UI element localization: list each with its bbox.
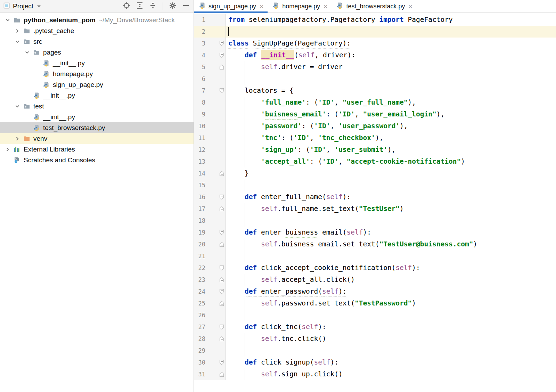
code-line-15[interactable]: 15	[194, 179, 556, 191]
code-line-11[interactable]: 11 'tnc': ('ID', 'tnc_checkbox'),	[194, 132, 556, 144]
code-line-1[interactable]: 1from seleniumpagefactory.Pagefactory im…	[194, 14, 556, 26]
code-text[interactable]: }	[226, 168, 556, 179]
code-text[interactable]: 'sign_up': ('ID', 'user_submit'),	[226, 144, 556, 156]
gear-button[interactable]	[169, 2, 177, 10]
tree-item-__init__.py[interactable]: __init__.py	[0, 112, 194, 122]
expand-all-button[interactable]	[136, 2, 144, 10]
tree-item-python_selenium_pom[interactable]: python_selenium_pom~/My_Drive/BrowserSta…	[0, 15, 194, 25]
chevron-down-icon[interactable]	[13, 103, 22, 109]
code-text[interactable]: 'full_name': ('ID', "user_full_name"),	[226, 97, 556, 108]
code-text[interactable]: def click_accept_cookie_notification(sel…	[226, 262, 556, 274]
code-text[interactable]: def click_tnc(self):	[226, 321, 556, 333]
fold-marker[interactable]	[219, 242, 224, 247]
code-text[interactable]: self.sign_up.click()	[226, 368, 556, 380]
code-line-30[interactable]: 30 def click_signup(self):	[194, 357, 556, 368]
code-text[interactable]: self.full_name.set_text("TestUser")	[226, 203, 556, 215]
code-line-5[interactable]: 5 self.driver = driver	[194, 61, 556, 73]
chevron-down-icon[interactable]	[3, 17, 13, 23]
code-text[interactable]: from seleniumpagefactory.Pagefactory imp…	[226, 14, 556, 26]
code-text[interactable]: def click_signup(self):	[226, 357, 556, 368]
chevron-down-icon[interactable]	[22, 49, 32, 56]
fold-marker[interactable]	[219, 88, 224, 93]
fold-marker[interactable]	[219, 194, 224, 200]
fold-marker[interactable]	[219, 324, 224, 330]
code-text[interactable]: def enter_buisness_email(self):	[226, 227, 556, 238]
code-text[interactable]: def __init__(self, driver):	[226, 49, 556, 61]
tree-item-test_browserstack.py[interactable]: test_browserstack.py	[0, 122, 194, 133]
fold-marker[interactable]	[219, 371, 224, 377]
tab-homepage.py[interactable]: homepage.py×	[268, 0, 332, 13]
tab-sign_up_page.py[interactable]: sign_up_page.py×	[194, 0, 268, 13]
code-text[interactable]: def enter_full_name(self):	[226, 191, 556, 203]
chevron-down-icon[interactable]	[36, 3, 41, 9]
chevron-right-icon[interactable]	[3, 146, 13, 153]
collapse-all-button[interactable]	[149, 2, 157, 10]
tree-item-test[interactable]: test	[0, 101, 194, 112]
tree-item-pages[interactable]: pages	[0, 47, 194, 58]
code-text[interactable]: 'buisness_email': ('ID', "user_email_log…	[226, 108, 556, 120]
code-line-25[interactable]: 25 self.password.set_text("TestPassword"…	[194, 297, 556, 309]
close-icon[interactable]: ×	[408, 3, 412, 10]
fold-marker[interactable]	[219, 171, 224, 176]
code-line-7[interactable]: 7 locators = {	[194, 85, 556, 97]
code-line-22[interactable]: 22 def click_accept_cookie_notification(…	[194, 262, 556, 274]
code-line-6[interactable]: 6	[194, 73, 556, 85]
code-text[interactable]: self.accept_all.click()	[226, 274, 556, 286]
code-line-27[interactable]: 27 def click_tnc(self):	[194, 321, 556, 333]
tree-item-.pytest_cache[interactable]: .pytest_cache	[0, 25, 194, 36]
fold-marker[interactable]	[219, 52, 224, 58]
minus-button[interactable]	[182, 2, 190, 10]
code-line-31[interactable]: 31 self.sign_up.click()	[194, 368, 556, 380]
tree-item-venv[interactable]: venv	[0, 133, 194, 144]
chevron-right-icon[interactable]	[13, 136, 22, 142]
code-text[interactable]	[226, 179, 556, 191]
code-line-18[interactable]: 18	[194, 215, 556, 227]
fold-marker[interactable]	[219, 301, 224, 306]
tree-item-scratches-and-consoles[interactable]: Scratches and Consoles	[0, 155, 194, 165]
code-text[interactable]	[226, 250, 556, 262]
close-icon[interactable]: ×	[323, 3, 327, 10]
code-text[interactable]	[226, 215, 556, 227]
code-line-26[interactable]: 26	[194, 309, 556, 321]
fold-marker[interactable]	[219, 360, 224, 365]
code-text[interactable]: 'tnc': ('ID', 'tnc_checkbox'),	[226, 132, 556, 144]
code-text[interactable]	[226, 309, 556, 321]
code-line-2[interactable]: 2	[194, 26, 556, 38]
code-line-23[interactable]: 23 self.accept_all.click()	[194, 274, 556, 286]
tree-item-external-libraries[interactable]: External Libraries	[0, 144, 194, 155]
code-line-8[interactable]: 8 'full_name': ('ID', "user_full_name"),	[194, 97, 556, 108]
code-line-16[interactable]: 16 def enter_full_name(self):	[194, 191, 556, 203]
code-line-14[interactable]: 14 }	[194, 168, 556, 179]
code-text[interactable]: self.password.set_text("TestPassword")	[226, 297, 556, 309]
fold-marker[interactable]	[219, 336, 224, 342]
code-line-13[interactable]: 13 'accept_all': ('ID', "accept-cookie-n…	[194, 156, 556, 168]
chevron-down-icon[interactable]	[13, 39, 22, 45]
tree-item-__init__.py[interactable]: __init__.py	[0, 90, 194, 101]
fold-marker[interactable]	[219, 265, 224, 271]
code-line-9[interactable]: 9 'buisness_email': ('ID', "user_email_l…	[194, 108, 556, 120]
code-line-24[interactable]: 24 def enter_password(self):	[194, 286, 556, 297]
code-line-20[interactable]: 20 self.buisness_email.set_text("TestUse…	[194, 238, 556, 250]
code-line-10[interactable]: 10 'password': ('ID', 'user_password'),	[194, 120, 556, 132]
code-text[interactable]	[226, 26, 556, 38]
fold-marker[interactable]	[219, 206, 224, 212]
tree-item-sign_up_page.py[interactable]: sign_up_page.py	[0, 79, 194, 90]
tree-item-src[interactable]: src	[0, 36, 194, 47]
code-line-28[interactable]: 28 self.tnc.click()	[194, 333, 556, 345]
tree-item-homepage.py[interactable]: homepage.py	[0, 68, 194, 79]
code-line-17[interactable]: 17 self.full_name.set_text("TestUser")	[194, 203, 556, 215]
code-text[interactable]: locators = {	[226, 85, 556, 97]
tree-item-__init__.py[interactable]: __init__.py	[0, 58, 194, 68]
code-line-12[interactable]: 12 'sign_up': ('ID', 'user_submit'),	[194, 144, 556, 156]
code-text[interactable]: self.driver = driver	[226, 61, 556, 73]
code-line-4[interactable]: 4 def __init__(self, driver):	[194, 49, 556, 61]
code-line-3[interactable]: 3 class SignUpPage(PageFactory):	[194, 38, 556, 49]
code-text[interactable]: 'accept_all': ('ID', "accept-cookie-noti…	[226, 156, 556, 168]
target-button[interactable]	[122, 2, 131, 10]
code-text[interactable]: class SignUpPage(PageFactory):	[226, 38, 556, 49]
code-text[interactable]: 'password': ('ID', 'user_password'),	[226, 120, 556, 132]
code-line-29[interactable]: 29	[194, 345, 556, 357]
fold-marker[interactable]	[219, 41, 224, 46]
code-text[interactable]	[226, 345, 556, 357]
project-view-selector[interactable]: Project	[3, 2, 41, 10]
